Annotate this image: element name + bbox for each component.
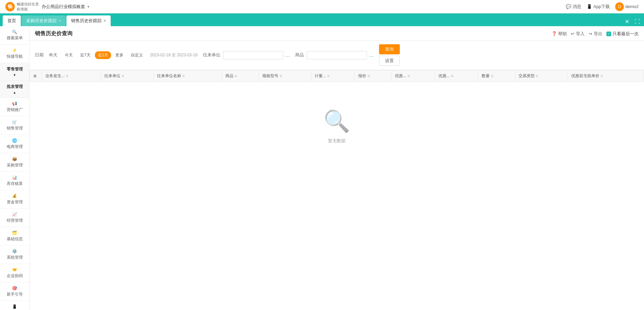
sidebar-item-retail[interactable]: 零售管理 ▼ xyxy=(0,63,29,81)
user-profile[interactable]: D demo2 xyxy=(615,2,639,11)
th-spec[interactable]: 规格型号 ⇅ xyxy=(259,70,311,82)
product-input[interactable] xyxy=(307,51,367,59)
th-unit[interactable]: 计量... ⇅ xyxy=(311,70,355,82)
page-actions: ❓ 帮助 ↩ 导入 ↪ 导出 ✓ 只看最后一次 xyxy=(551,31,639,37)
th-pretax[interactable]: 优惠前无税单价 ⇅ xyxy=(568,70,644,82)
settings-button[interactable]: 设置 xyxy=(379,56,400,66)
sort-arrows-unit: ⇅ xyxy=(327,74,330,78)
gear-icon[interactable]: ⚙ xyxy=(33,74,37,79)
sort-arrows-pretax: ⇅ xyxy=(600,74,603,78)
sidebar-item-ecommerce[interactable]: 🌐 电商管理 xyxy=(0,135,29,153)
sort-arrows-product: ⇅ xyxy=(234,74,237,78)
logo-area: 畅 畅捷信好生意 标准版 xyxy=(5,2,39,11)
sort-arrows-discount2: ⇅ xyxy=(451,74,453,78)
sidebar-item-finance[interactable]: 💰 资金管理 xyxy=(0,190,29,209)
th-partner-code[interactable]: 往来单位 ⇅ xyxy=(101,70,154,82)
app-title-text: 办公用品行业模拟账套 xyxy=(42,4,85,10)
date-range-display: 2023-02-18 至 2023-03-18 xyxy=(150,52,197,58)
tab-home[interactable]: 首页 xyxy=(3,15,21,26)
import-button[interactable]: ↩ 导入 xyxy=(571,31,585,37)
message-label: 消息 xyxy=(573,4,581,10)
sales-icon: 🛒 xyxy=(12,120,17,124)
sidebar-item-sales[interactable]: 🛒 销售管理 xyxy=(0,116,29,135)
sidebar-item-basics[interactable]: 🗂️ 基础信息 xyxy=(0,227,29,246)
sidebar-item-search[interactable]: 🔍 搜索菜单 xyxy=(0,26,29,45)
tab1-close-icon[interactable]: × xyxy=(59,18,61,23)
import-icon: ↩ xyxy=(571,31,575,36)
maximize-icon[interactable]: ⛶ xyxy=(633,17,641,26)
sidebar-item-wholesale[interactable]: 批发管理 ▲ xyxy=(0,81,29,98)
app-download-button[interactable]: 📱 App下载 xyxy=(587,4,610,10)
partner-filter-label: 往来单位 xyxy=(203,52,220,58)
btn-yesterday[interactable]: 昨天 xyxy=(46,51,60,59)
sidebar-item-quicknav[interactable]: ⚡ 快捷导航 xyxy=(0,45,29,63)
partner-input-group: ... xyxy=(223,51,290,59)
th-quantity[interactable]: 数量 ⇅ xyxy=(478,70,515,82)
sidebar-item-system[interactable]: ⚙️ 系统管理 xyxy=(0,246,29,264)
sidebar-item-purchase[interactable]: 📦 采购管理 xyxy=(0,153,29,172)
checkbox-teal: ✓ xyxy=(606,32,611,36)
only-last-checkbox-label[interactable]: ✓ 只看最后一次 xyxy=(606,31,639,37)
btn-today[interactable]: 今天 xyxy=(62,51,76,59)
help-label: 帮助 xyxy=(558,31,567,37)
main-layout: 🔍 搜索菜单 ⚡ 快捷导航 零售管理 ▼ 批发管理 ▲ 📢 营销推广 🛒 销售管… xyxy=(0,26,644,310)
date-buttons: 昨天 今天 近7天 近1月 更多 自定义 xyxy=(46,51,146,59)
sort-arrows-quantity: ⇅ xyxy=(491,74,493,78)
th-discount2[interactable]: 优惠... ⇅ xyxy=(435,70,478,82)
chevron-down-icon[interactable]: ▼ xyxy=(87,5,90,9)
tab2-close-icon[interactable]: × xyxy=(104,18,106,23)
page-title-row: 销售历史价查询 ❓ 帮助 ↩ 导入 ↪ 导出 ✓ xyxy=(35,30,639,37)
close-window-icon[interactable]: ✕ xyxy=(624,17,631,26)
app-title[interactable]: 办公用品行业模拟账套 ▼ xyxy=(42,4,90,10)
chevron-up-icon: ▲ xyxy=(13,91,16,94)
partner-dots[interactable]: ... xyxy=(285,52,290,58)
btn-1month[interactable]: 近1月 xyxy=(95,51,111,59)
sidebar-item-operations[interactable]: 📈 经营管理 xyxy=(0,209,29,227)
guide-icon: 🎯 xyxy=(12,286,17,291)
export-icon: ↪ xyxy=(589,31,592,36)
btn-more[interactable]: 更多 xyxy=(112,51,126,59)
sidebar-item-guide[interactable]: 🎯 新手引导 xyxy=(0,282,29,301)
tab1-label: 采购历史价跟踪 xyxy=(26,18,57,24)
flash-icon: ⚡ xyxy=(12,48,17,53)
user-name: demo2 xyxy=(625,4,639,9)
th-gear[interactable]: ⚙ xyxy=(30,70,42,82)
export-label: 导出 xyxy=(594,31,602,37)
basics-icon: 🗂️ xyxy=(12,230,17,235)
help-button[interactable]: ❓ 帮助 xyxy=(551,31,567,37)
tab-home-label: 首页 xyxy=(7,18,16,24)
partner-input[interactable] xyxy=(223,51,283,59)
sort-arrows-biz-date: ⇅ xyxy=(66,74,68,78)
tab-purchase-history[interactable]: 采购历史价跟踪 × xyxy=(21,15,66,26)
th-discount1[interactable]: 优惠... ⇅ xyxy=(391,70,435,82)
operations-icon: 📈 xyxy=(12,212,17,217)
date-filter-label: 日期 xyxy=(35,52,44,58)
enterprise-icon: 🤝 xyxy=(12,267,17,272)
export-button[interactable]: ↪ 导出 xyxy=(589,31,602,37)
product-filter-label: 商品 xyxy=(295,52,304,58)
purchase-icon: 📦 xyxy=(12,157,17,161)
th-partner-name[interactable]: 往来单位名称 ⇅ xyxy=(154,70,222,82)
sidebar-item-enterprise[interactable]: 🤝 企业协同 xyxy=(0,264,29,282)
app-download-label: App下载 xyxy=(593,4,610,10)
logo-text: 畅捷信好生意 标准版 xyxy=(17,2,39,11)
import-label: 导入 xyxy=(576,31,585,37)
th-product[interactable]: 商品 ⇅ xyxy=(222,70,259,82)
th-trade-type[interactable]: 交易类型 ⇅ xyxy=(515,70,568,82)
table-header: ⚙ 业务发生... ⇅ 往来单位 ⇅ xyxy=(30,70,644,82)
th-biz-date[interactable]: 业务发生... ⇅ xyxy=(42,70,101,82)
sort-arrows-partner-name: ⇅ xyxy=(182,74,185,78)
sidebar-item-inventory[interactable]: 📊 库存核算 xyxy=(0,172,29,190)
system-icon: ⚙️ xyxy=(12,249,17,254)
btn-custom[interactable]: 自定义 xyxy=(128,51,146,59)
btn-7days[interactable]: 近7天 xyxy=(77,51,94,59)
tab-sales-history[interactable]: 销售历史价跟踪 × xyxy=(66,15,111,26)
query-button[interactable]: 查询 xyxy=(379,44,400,54)
message-button[interactable]: 💬 消息 xyxy=(566,4,581,10)
product-dots[interactable]: ... xyxy=(369,52,373,58)
th-quote[interactable]: 报价 ⇅ xyxy=(355,70,391,82)
sidebar-item-marketing[interactable]: 📢 营销推广 xyxy=(0,98,29,116)
table-area: ⚙ 业务发生... ⇅ 往来单位 ⇅ xyxy=(30,70,644,310)
sidebar-item-appstore[interactable]: 📱 应用中心 xyxy=(0,301,29,310)
appstore-icon: 📱 xyxy=(12,304,17,309)
